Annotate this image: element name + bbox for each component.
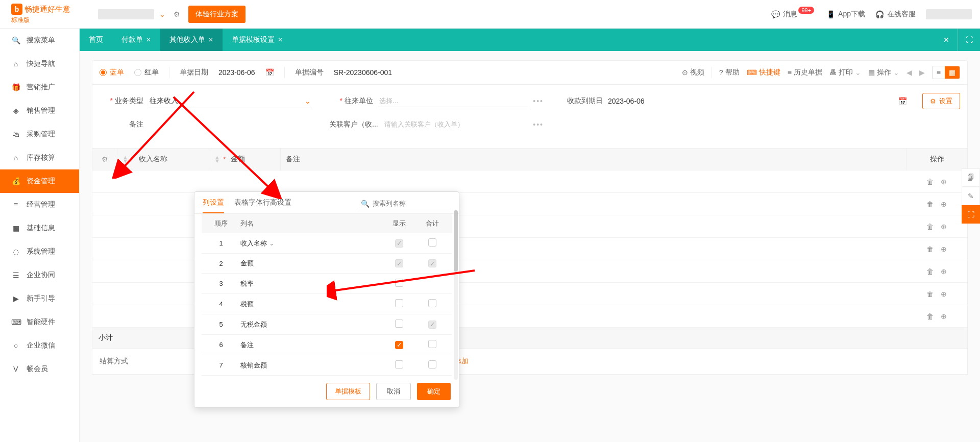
calendar-icon[interactable]: 📅 xyxy=(265,68,274,77)
messages-link[interactable]: 💬 消息 99+ xyxy=(771,10,816,19)
doc-date[interactable]: 2023-06-06 xyxy=(218,68,255,77)
delete-icon[interactable]: 🗑 xyxy=(926,312,934,321)
radio-blue[interactable]: 蓝单 xyxy=(100,68,124,77)
delete-icon[interactable]: 🗑 xyxy=(926,267,934,276)
keys-link[interactable]: ⌨快捷键 xyxy=(747,68,780,77)
sidebar-item[interactable]: ○企业微信 xyxy=(0,334,79,357)
checkbox[interactable] xyxy=(428,340,436,348)
menu-icon: 🛍 xyxy=(11,130,20,138)
history-link[interactable]: ≡历史单据 xyxy=(788,68,822,77)
sidebar-item[interactable]: 💰资金管理 xyxy=(0,169,79,193)
checkbox[interactable] xyxy=(428,299,436,307)
note-icon[interactable]: 🗐 xyxy=(962,168,980,187)
close-icon[interactable]: ✕ xyxy=(208,36,213,43)
sidebar-item[interactable]: ⌂快捷导航 xyxy=(0,52,79,76)
sidebar-item[interactable]: ⌨智能硬件 xyxy=(0,310,79,334)
tab-column-settings[interactable]: 列设置 xyxy=(203,198,224,213)
delete-icon[interactable]: 🗑 xyxy=(926,178,934,186)
tab[interactable]: 单据模板设置✕ xyxy=(223,29,292,51)
sidebar-item[interactable]: ◌系统管理 xyxy=(0,240,79,263)
search-box[interactable]: 🔍 xyxy=(359,198,451,209)
sidebar-item[interactable]: 🛍采购管理 xyxy=(0,122,79,146)
sidebar-item[interactable]: 🔍搜索菜单 xyxy=(0,29,79,52)
more-icon[interactable]: ••• xyxy=(533,120,544,129)
checkbox[interactable] xyxy=(395,320,403,328)
grid-settings-icon[interactable]: ⚙ xyxy=(92,149,117,170)
copy-icon[interactable]: ⊕ xyxy=(941,200,947,208)
org-selector[interactable]: ⌄ xyxy=(98,9,165,19)
gear-icon[interactable]: ⚙ xyxy=(174,10,180,18)
next-icon[interactable]: ▶ xyxy=(919,68,925,77)
copy-icon[interactable]: ⊕ xyxy=(941,178,947,186)
copy-icon[interactable]: ⊕ xyxy=(941,223,947,231)
copy-icon[interactable]: ⊕ xyxy=(941,267,947,276)
tab-font-settings[interactable]: 表格字体行高设置 xyxy=(234,198,291,213)
copy-icon[interactable]: ⊕ xyxy=(941,245,947,253)
template-button[interactable]: 单据模板 xyxy=(326,383,370,400)
close-all-icon[interactable]: ✕ xyxy=(935,29,958,51)
ops-link[interactable]: ▦操作⌄ xyxy=(868,68,899,77)
print-icon: 🖶 xyxy=(829,68,837,77)
trial-button[interactable]: 体验行业方案 xyxy=(188,6,246,23)
support-link[interactable]: 🎧 在线客服 xyxy=(875,10,916,19)
copy-icon[interactable]: ⊕ xyxy=(941,312,947,321)
checkbox[interactable] xyxy=(395,299,403,307)
sidebar-item[interactable]: ⌂库存核算 xyxy=(0,146,79,169)
tab[interactable]: 其他收入单✕ xyxy=(160,29,223,51)
app-download-link[interactable]: 📱 App下载 xyxy=(826,10,865,19)
user-avatar[interactable] xyxy=(926,9,972,19)
sidebar-item[interactable]: ▦基础信息 xyxy=(0,216,79,240)
radio-red[interactable]: 红单 xyxy=(134,68,159,77)
sidebar-item[interactable]: ☰企业协同 xyxy=(0,263,79,287)
table-row[interactable]: 🗑⊕ xyxy=(92,170,967,193)
delete-icon[interactable]: 🗑 xyxy=(926,200,934,208)
prev-icon[interactable]: ◀ xyxy=(906,68,912,77)
calendar-icon[interactable]: 📅 xyxy=(898,97,907,105)
settings-button[interactable]: ⚙设置 xyxy=(922,93,960,109)
delete-icon[interactable]: 🗑 xyxy=(926,245,934,253)
sort-icon[interactable]: ▲▼ xyxy=(214,156,220,163)
sidebar-item[interactable]: ≡经营管理 xyxy=(0,193,79,216)
close-icon[interactable]: ✕ xyxy=(278,36,283,43)
headset-icon: 🎧 xyxy=(875,10,884,18)
sidebar-item[interactable]: 🎁营销推广 xyxy=(0,76,79,99)
tab[interactable]: 付款单✕ xyxy=(112,29,160,51)
sort-icon[interactable]: ▲▼ xyxy=(122,156,128,163)
print-link[interactable]: 🖶打印⌄ xyxy=(829,68,861,77)
checkbox[interactable] xyxy=(428,360,436,369)
checkbox[interactable] xyxy=(395,360,403,369)
expand-icon[interactable]: ⛶ xyxy=(962,205,980,224)
video-link[interactable]: ⊙视频 xyxy=(682,68,704,77)
cancel-button[interactable]: 取消 xyxy=(376,383,411,400)
menu-icon: Ⅴ xyxy=(11,365,20,373)
delete-icon[interactable]: 🗑 xyxy=(926,290,934,298)
ok-button[interactable]: 确定 xyxy=(417,383,451,400)
tab[interactable]: 首页 xyxy=(80,29,112,51)
close-icon[interactable]: ✕ xyxy=(146,36,151,43)
unit-input[interactable] xyxy=(378,95,528,107)
checkbox[interactable] xyxy=(428,238,436,247)
sidebar-item[interactable]: Ⅴ畅会员 xyxy=(0,357,79,381)
customer-input[interactable] xyxy=(383,118,528,131)
help-link[interactable]: ?帮助 xyxy=(719,68,740,77)
checkbox[interactable] xyxy=(395,279,403,287)
search-input[interactable] xyxy=(373,200,444,207)
checkbox[interactable]: ✓ xyxy=(428,321,436,329)
fullscreen-icon[interactable]: ⛶ xyxy=(958,29,980,51)
checkbox[interactable]: ✓ xyxy=(395,239,403,248)
more-icon[interactable]: ••• xyxy=(533,97,544,105)
sidebar-item[interactable]: ▶新手引导 xyxy=(0,287,79,310)
biz-type-select[interactable]: 往来收入⌄ xyxy=(149,94,312,108)
scrollbar[interactable] xyxy=(454,210,458,380)
delete-icon[interactable]: 🗑 xyxy=(926,223,934,231)
checkbox[interactable]: ✓ xyxy=(395,341,403,349)
due-date[interactable]: 2023-06-06 xyxy=(608,97,645,105)
view-toggle[interactable]: ≡▦ xyxy=(932,66,960,79)
copy-icon[interactable]: ⊕ xyxy=(941,290,947,298)
remark-input[interactable] xyxy=(149,118,314,131)
checkbox[interactable]: ✓ xyxy=(428,259,436,267)
edit-icon[interactable]: ✎ xyxy=(962,187,980,205)
phone-icon: 📱 xyxy=(826,10,835,18)
checkbox[interactable]: ✓ xyxy=(395,259,403,267)
sidebar-item[interactable]: ◈销售管理 xyxy=(0,99,79,122)
